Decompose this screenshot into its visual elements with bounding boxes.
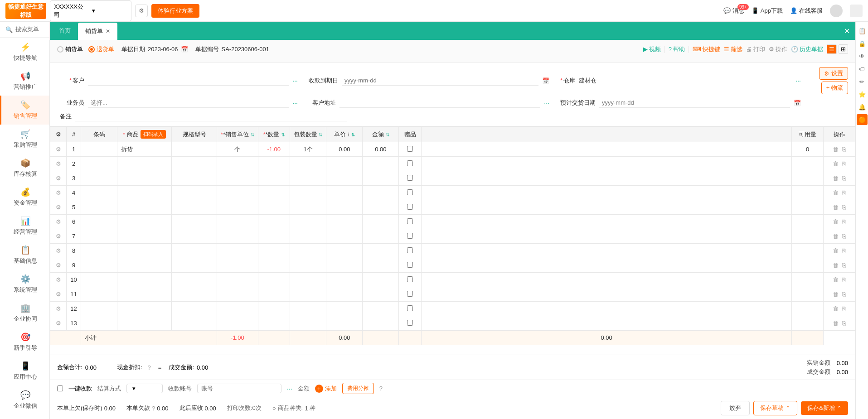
row-delete-icon[interactable]: 🗑 <box>833 233 839 240</box>
row-delete-icon[interactable]: 🗑 <box>833 291 839 298</box>
row-copy-icon[interactable]: ⎘ <box>842 247 846 254</box>
save-new-button[interactable]: 保存&新增 ⌃ <box>801 401 848 415</box>
delivery-date-input[interactable] <box>599 98 790 108</box>
gift-checkbox[interactable] <box>407 160 413 166</box>
gift-checkbox[interactable] <box>407 175 413 181</box>
customer-addr-more-icon[interactable]: ··· <box>544 99 549 106</box>
row-copy-icon[interactable]: ⎘ <box>842 276 846 283</box>
row-delete-icon[interactable]: 🗑 <box>833 146 839 153</box>
row-copy-icon[interactable]: ⎘ <box>842 305 846 312</box>
row-copy-icon[interactable]: ⎘ <box>842 233 846 240</box>
rs-btn-3[interactable]: 👁 <box>857 51 868 62</box>
fee-split-button[interactable]: 费用分摊 <box>342 383 374 394</box>
grid-view-btn[interactable]: ⊞ <box>839 44 848 54</box>
gift-checkbox[interactable] <box>407 247 413 253</box>
sidebar-item-sales[interactable]: 🏷️ 销售管理 <box>0 96 49 125</box>
video-btn[interactable]: ▶ 视频 <box>643 45 661 53</box>
save-draft-button[interactable]: 保存草稿 ⌃ <box>753 401 797 415</box>
row-copy-icon[interactable]: ⎘ <box>842 320 846 327</box>
sidebar-item-finance[interactable]: 💰 资金管理 <box>0 183 49 212</box>
row-delete-icon[interactable]: 🗑 <box>833 189 839 196</box>
row-delete-icon[interactable]: 🗑 <box>833 218 839 225</box>
customer-more-icon[interactable]: ··· <box>292 77 298 84</box>
shortcut-btn[interactable]: ⌨ 快捷键 <box>693 45 720 53</box>
row-gear-icon[interactable]: ⚙ <box>56 276 61 283</box>
row-gear-icon[interactable]: ⚙ <box>56 320 61 327</box>
row-delete-icon[interactable]: 🗑 <box>833 160 839 167</box>
row-gear-icon[interactable]: ⚙ <box>56 291 61 298</box>
row-copy-icon[interactable]: ⎘ <box>842 175 846 182</box>
row-copy-icon[interactable]: ⎘ <box>842 146 846 153</box>
sidebar-item-purchase[interactable]: 🛒 采购管理 <box>0 125 49 154</box>
scan-barcode-button[interactable]: 扫码录入 <box>141 130 166 139</box>
row-copy-icon[interactable]: ⎘ <box>842 189 846 196</box>
add-circle-icon[interactable]: + <box>315 385 323 393</box>
row-gear-icon[interactable]: ⚙ <box>56 305 61 312</box>
row-gear-icon[interactable]: ⚙ <box>56 160 61 167</box>
actions-btn[interactable]: ⚙ 操作 <box>769 45 787 53</box>
user-avatar[interactable] <box>830 5 843 17</box>
help-btn[interactable]: ? 帮助 <box>669 45 685 53</box>
history-btn[interactable]: 🕐 历史单据 <box>791 45 823 53</box>
row-delete-icon[interactable]: 🗑 <box>833 175 839 182</box>
rs-btn-orange[interactable]: 🟠 <box>857 114 868 125</box>
row-gear-icon[interactable]: ⚙ <box>56 204 61 211</box>
radio-goods-type[interactable]: ○ <box>272 405 276 412</box>
app-download-btn[interactable]: 📱 App下载 <box>752 7 783 15</box>
sidebar-search[interactable]: 🔍 搜索菜单 <box>0 22 49 38</box>
settlement-dropdown[interactable]: ▾ <box>126 384 163 393</box>
row-delete-icon[interactable]: 🗑 <box>833 204 839 211</box>
doc-date-calendar-icon[interactable]: 📅 <box>181 46 188 53</box>
customer-input[interactable] <box>88 76 289 86</box>
row-copy-icon[interactable]: ⎘ <box>842 218 846 225</box>
row-gear-icon[interactable]: ⚙ <box>56 146 61 153</box>
sidebar-item-wecom[interactable]: 💬 企业微信 <box>0 385 49 414</box>
radio-sales[interactable]: 销货单 <box>57 45 83 53</box>
account-number-input[interactable] <box>197 384 281 393</box>
gift-checkbox[interactable] <box>407 276 413 282</box>
sidebar-item-apps[interactable]: 📱 应用中心 <box>0 356 49 385</box>
row-copy-icon[interactable]: ⎘ <box>842 204 846 211</box>
gift-checkbox[interactable] <box>407 146 413 152</box>
trial-button[interactable]: 体验行业方案 <box>151 4 199 18</box>
sidebar-item-guide[interactable]: 🎯 新手引导 <box>0 327 49 356</box>
sidebar-item-marketing[interactable]: 📢 营销推广 <box>0 67 49 96</box>
company-selector[interactable]: XXXXXX公司 ▾ <box>50 0 131 21</box>
row-copy-icon[interactable]: ⎘ <box>842 262 846 269</box>
print-btn[interactable]: 🖨 打印 <box>746 45 765 53</box>
gift-checkbox[interactable] <box>407 291 413 297</box>
rs-btn-1[interactable]: 📋 <box>857 25 868 36</box>
this-order-total-owe-help-icon[interactable]: ? <box>152 405 155 412</box>
sidebar-item-operations[interactable]: 📊 经营管理 <box>0 212 49 241</box>
due-date-calendar-icon[interactable]: 📅 <box>542 77 549 84</box>
logistics-button[interactable]: + 物流 <box>821 82 848 94</box>
row-gear-icon[interactable]: ⚙ <box>56 247 61 254</box>
gift-checkbox[interactable] <box>407 204 413 210</box>
gift-checkbox[interactable] <box>407 320 413 326</box>
row-gear-icon[interactable]: ⚙ <box>56 218 61 225</box>
sidebar-item-base[interactable]: 📋 基础信息 <box>0 241 49 270</box>
tab-sales-order[interactable]: 销货单 ✕ <box>78 23 117 40</box>
sidebar-item-inventory[interactable]: 📦 库存核算 <box>0 154 49 183</box>
notification-btn[interactable]: 💬 消息 99+ <box>723 7 744 15</box>
tab-home[interactable]: 首页 <box>52 22 78 39</box>
filter-btn[interactable]: ☰ 筛选 <box>724 45 742 53</box>
settings-button[interactable]: ⚙ 设置 <box>819 67 848 80</box>
gift-checkbox[interactable] <box>407 305 413 311</box>
online-support-btn[interactable]: 👤 在线客服 <box>790 7 823 15</box>
list-view-btn[interactable]: ☰ <box>827 44 837 54</box>
th-gear[interactable]: ⚙ <box>50 127 67 142</box>
gift-checkbox[interactable] <box>407 262 413 268</box>
discount-help-icon[interactable]: ? <box>148 364 151 371</box>
gift-checkbox[interactable] <box>407 233 413 239</box>
sidebar-item-member[interactable]: 👑 畅会员 <box>0 414 49 419</box>
remark-input[interactable] <box>75 111 347 121</box>
due-date-input[interactable] <box>342 76 538 86</box>
rs-btn-2[interactable]: 🔒 <box>857 38 868 49</box>
one-click-payment-checkbox[interactable] <box>57 385 63 391</box>
row-gear-icon[interactable]: ⚙ <box>56 262 61 269</box>
sidebar-item-enterprise[interactable]: 🏢 企业协同 <box>0 299 49 327</box>
gift-checkbox[interactable] <box>407 189 413 195</box>
row-delete-icon[interactable]: 🗑 <box>833 262 839 269</box>
row-copy-icon[interactable]: ⎘ <box>842 291 846 298</box>
